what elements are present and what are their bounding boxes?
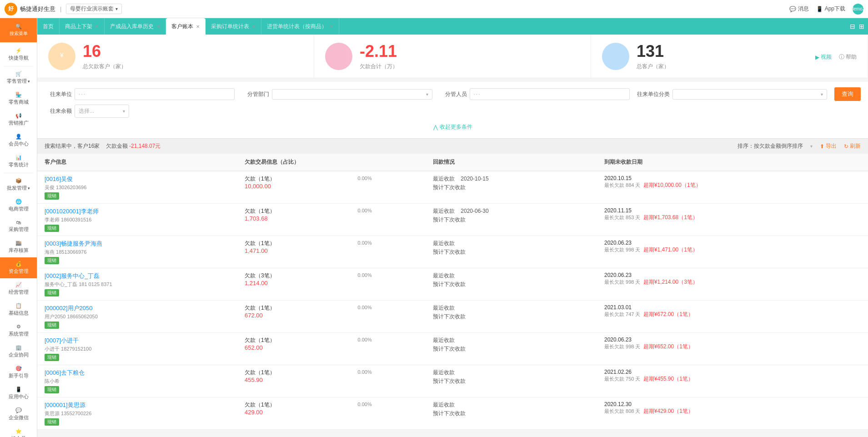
customers-info: 131 总客户（家） [637, 42, 669, 70]
sidebar-item-member[interactable]: 👤 会员中心 [0, 130, 37, 151]
customer-phone: 用户2050 18665062050 [45, 313, 230, 320]
tab-label: 客户账本 [171, 23, 193, 30]
customer-name-link[interactable]: [0002]服务中心_丁磊 [45, 272, 230, 280]
customer-name-link[interactable]: [0001020001]李老师 [45, 207, 230, 216]
tab-close-icon[interactable]: ✕ [196, 24, 200, 29]
tab-close-icon[interactable]: ✕ [330, 24, 333, 29]
manager-input[interactable]: ··· [470, 88, 630, 100]
export-button[interactable]: ⬆ 导出 [820, 142, 837, 150]
tab-close-icon[interactable]: ✕ [252, 24, 256, 29]
collapse-icon: ⋀ [433, 124, 438, 131]
sidebar-item-system[interactable]: ⚙ 系统管理 [0, 320, 37, 341]
balance-dropdown[interactable]: 选择... ▾ [75, 105, 129, 118]
sidebar-item-purchase[interactable]: 🛍 采购管理 [0, 216, 37, 236]
repayment-cell: 最近收款 预计下次收款 [426, 333, 597, 365]
overdue-info: 最长欠款 998 天 超期¥1,214.00（3笔） [604, 278, 861, 286]
sidebar-item-retail-stats[interactable]: 📊 零售统计 [0, 151, 37, 172]
sidebar-item-appstore[interactable]: 📱 应用中心 [0, 383, 37, 404]
customer-phone: 海燕 18513066976 [45, 249, 230, 256]
debt-count-cell: 欠款（1笔） 1,703.68 [237, 204, 346, 236]
company-selector[interactable]: 母婴行业演示账套 ▾ [66, 4, 122, 14]
sidebar-top: 🔍 搜索菜单 [0, 18, 37, 42]
tab-production-history[interactable]: 产成品入库单历史 ✕ [105, 18, 166, 35]
tab-close-icon[interactable]: ✕ [95, 24, 99, 29]
table-row: [0001020001]李老师 李老师 18600391516 现销 欠款（1笔… [37, 204, 868, 236]
sidebar-item-wecom[interactable]: 💬 企业微信 [0, 404, 37, 425]
minimize-icon[interactable]: ⊟ [850, 23, 855, 30]
customer-name-link[interactable]: [0003]畅捷服务尹海燕 [45, 240, 230, 248]
customer-name-link[interactable]: [000001]黄思源 [45, 401, 230, 409]
customer-name-link[interactable]: [000002]用户2050 [45, 304, 230, 312]
sidebar-item-marketing[interactable]: 📢 营销推广 [0, 109, 37, 130]
app-download-btn[interactable]: 📱 App下载 [816, 5, 845, 13]
collapse-bar[interactable]: ⋀ 收起更多条件 [45, 121, 861, 133]
dept-input[interactable]: ▾ [272, 89, 432, 100]
query-button[interactable]: 查询 [834, 87, 861, 101]
overdue-link[interactable]: 超期¥1,214.00（3笔） [643, 279, 698, 285]
overdue-days: 最长欠款 750 天 [604, 376, 642, 382]
overdue-link[interactable]: 超期¥455.90（1笔） [643, 376, 693, 382]
purchase-icon: 🛍 [16, 220, 21, 225]
refresh-button[interactable]: ↻ 刷新 [844, 142, 861, 150]
customer-cell: [0002]服务中心_丁磊 服务中心_丁磊 181 0125 8371 现销 [37, 268, 237, 301]
user-menu[interactable]: demo2 [853, 4, 863, 15]
sidebar-item-vip[interactable]: ⭐ 畅会员 [0, 425, 37, 437]
sidebar-item-ecommerce[interactable]: 🌐 电商管理 [0, 195, 37, 216]
customer-name-link[interactable]: [0006]去下粮仓 [45, 369, 230, 377]
customer-tag: 现销 [45, 192, 59, 200]
from-unit-input[interactable]: ··· [75, 88, 235, 100]
system-icon: ⚙ [16, 324, 21, 330]
sort-label: 排序：按欠款金额倒序排序 [738, 142, 803, 150]
debt-percent: 0.00% [357, 337, 371, 342]
sidebar-item-enterprise[interactable]: 🏢 企业协同 [0, 341, 37, 362]
overdue-link[interactable]: 超期¥1,703.68（1笔） [643, 214, 698, 221]
recent-pay: 最近收款 预计下次收款 [433, 272, 590, 288]
member-icon: 👤 [15, 134, 22, 140]
wecom-icon: 💬 [15, 407, 22, 413]
sidebar-item-batch-mgmt[interactable]: 📦 批发管理 ▾ [0, 174, 37, 195]
overdue-link[interactable]: 超期¥10,000.00（1笔） [643, 182, 701, 188]
tab-home[interactable]: 首页 [37, 18, 60, 35]
maximize-icon[interactable]: ⊞ [859, 23, 864, 30]
tab-close-icon[interactable]: ✕ [156, 24, 160, 29]
debt-percent: 0.00% [357, 240, 371, 246]
sort-chevron-icon[interactable]: ▾ [810, 144, 813, 149]
customer-name-link[interactable]: [0007]小进干 [45, 337, 230, 345]
svg-rect-7 [619, 54, 623, 63]
tab-purchase-order-stats[interactable]: 采购订单统计表 ✕ [206, 18, 261, 35]
debt-icon [325, 43, 352, 70]
view-btn[interactable]: ▶ 视频 [815, 53, 832, 61]
customer-phone: 吴俊 13026203696 [45, 184, 230, 191]
sidebar-item-newguide[interactable]: 🎯 新手引导 [0, 362, 37, 383]
sidebar-item-quick-nav[interactable]: ⚡ 快捷导航 [0, 44, 37, 65]
debt-amount: 455.90 [245, 377, 339, 383]
stat-card-right: ▶ 视频 ⓘ 帮助 [815, 51, 857, 61]
from-unit-label: 往来单位 [45, 90, 72, 98]
chevron-down-icon: ▾ [28, 79, 30, 84]
overdue-link[interactable]: 超期¥652.00（1笔） [643, 343, 693, 350]
due-date-cell: 2020.06.23 最长欠款 998 天 超期¥1,471.00（1笔） [597, 236, 868, 268]
tab-product-listing[interactable]: 商品上下架 ✕ [60, 18, 105, 35]
sidebar-item-operations[interactable]: 📈 经营管理 [0, 278, 37, 299]
overdue-link[interactable]: 超期¥672.00（1笔） [643, 311, 693, 317]
tab-purchase-stats-by-product[interactable]: 进货单统计表（按商品） ✕ [261, 18, 339, 35]
customer-name-link[interactable]: [0016]吴俊 [45, 175, 230, 183]
debt-amount: 1,703.68 [245, 215, 339, 222]
chevron-icon: ▾ [28, 186, 30, 191]
unit-class-input[interactable]: ▾ [672, 89, 827, 100]
overdue-link[interactable]: 超期¥1,471.00（1笔） [643, 246, 698, 253]
overdue-link[interactable]: 超期¥429.00（1笔） [643, 408, 693, 414]
sidebar-search[interactable]: 🔍 搜索菜单 [0, 21, 37, 40]
debtors-label: 总欠款客户（家） [83, 63, 126, 70]
recent-pay: 最近收款 预计下次收款 [433, 240, 590, 256]
sidebar-item-retail-mall[interactable]: 🏪 零售商城 [0, 88, 37, 109]
recent-pay: 最近收款 2020-06-30 预计下次收款 [433, 207, 590, 224]
sidebar-item-finance[interactable]: 💰 资金管理 [0, 257, 37, 278]
tab-customer-ledger[interactable]: 客户账本 ✕ [166, 18, 206, 35]
debtors-icon: ¥ [48, 43, 75, 70]
sidebar-item-retail-mgmt[interactable]: 🛒 零售管理 ▾ [0, 67, 37, 88]
message-btn[interactable]: 💬 消息 [789, 5, 809, 13]
sidebar-item-basic[interactable]: 📋 基础信息 [0, 299, 37, 320]
sidebar-item-inventory[interactable]: 🏬 库存核算 [0, 236, 37, 257]
help-btn[interactable]: ⓘ 帮助 [839, 53, 857, 61]
